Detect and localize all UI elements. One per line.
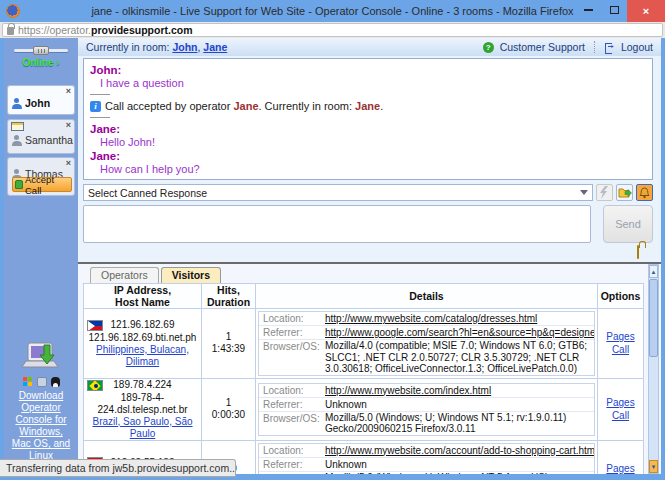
scroll-up-icon[interactable]: ▲ bbox=[649, 265, 658, 278]
accept-call-button[interactable]: Accept Call bbox=[12, 177, 72, 192]
firefox-window: jane - olkinsmile - Live Support for Web… bbox=[0, 0, 665, 480]
message-separator bbox=[90, 94, 110, 95]
bell-icon bbox=[639, 187, 650, 199]
message-separator bbox=[90, 117, 110, 118]
chat-text: I have a question bbox=[90, 77, 646, 90]
visitors-pane: Operators Visitors IP Address,Host Name … bbox=[78, 262, 661, 474]
location-link[interactable]: http://www.mywebsite.com/index.html bbox=[325, 384, 594, 397]
close-icon[interactable]: × bbox=[66, 86, 71, 96]
secure-session-indicator bbox=[637, 246, 649, 258]
slider-grip-icon[interactable] bbox=[33, 46, 49, 55]
visitor-geo-link[interactable]: Brazil, Sao Paulo, São Paulo bbox=[92, 416, 192, 439]
close-button[interactable]: × bbox=[627, 0, 665, 22]
location-link[interactable]: http://www.mywebsite.com/account/add-to-… bbox=[325, 444, 594, 457]
call-link[interactable]: Call bbox=[598, 343, 643, 356]
scrollbar[interactable]: ▲ ▼ bbox=[648, 264, 659, 474]
windows-icon bbox=[23, 377, 33, 387]
title-bar: jane - olkinsmile - Live Support for Web… bbox=[0, 0, 665, 22]
visitor-card-samantha[interactable]: × Samantha bbox=[7, 119, 75, 154]
chat-sender: Jane: bbox=[90, 122, 646, 136]
chat-message: Jane: Hello John! bbox=[90, 122, 646, 149]
chat-window-icon bbox=[11, 122, 24, 131]
customer-support-link[interactable]: Customer Support bbox=[500, 41, 585, 53]
philippines-flag-icon bbox=[87, 320, 103, 331]
canned-response-select[interactable]: Select Canned Response bbox=[83, 184, 593, 201]
chat-message: John: I have a question bbox=[90, 63, 646, 90]
referrer-value: Unknown bbox=[325, 458, 594, 471]
chat-text: Hello John! bbox=[90, 136, 646, 149]
operator-console: Online › × John × Samantha × bbox=[4, 38, 661, 474]
gold-lock-icon bbox=[637, 245, 639, 259]
table-row: 121.96.182.69 121.96.182.69.bti.net.ph P… bbox=[84, 309, 644, 379]
chat-message: Jane: How can I help you? bbox=[90, 149, 646, 176]
visitor-name: Samantha bbox=[25, 134, 73, 146]
browser-os: Mozilla/4.0 (compatible; MSIE 7.0; Windo… bbox=[325, 340, 594, 375]
table-row: 189.78.4.224 189-78-4-224.dsl.telesp.net… bbox=[84, 378, 644, 440]
status-bar: Transferring data from jw5b.providesuppo… bbox=[0, 459, 236, 477]
sound-alert-button[interactable] bbox=[636, 184, 653, 201]
col-details: Details bbox=[256, 284, 598, 309]
close-icon[interactable]: × bbox=[66, 120, 71, 130]
browser-os: Mozilla/5.0 (Windows; U; Windows NT 5.1;… bbox=[325, 412, 594, 435]
chat-sender: Jane: bbox=[90, 149, 646, 163]
chat-transcript[interactable]: John: I have a question i Call accepted … bbox=[83, 58, 653, 180]
col-hits-duration: Hits,Duration bbox=[202, 284, 256, 309]
logout-icon bbox=[604, 42, 615, 53]
referrer-link[interactable]: http://www.google.com/search?hl=en&sourc… bbox=[325, 326, 594, 339]
online-status[interactable]: Online › bbox=[4, 57, 78, 68]
chat-text: How can I help you? bbox=[90, 163, 646, 176]
col-ip-host: IP Address,Host Name bbox=[84, 284, 202, 309]
room-link-john[interactable]: John bbox=[172, 41, 197, 53]
browser-url-bar: https://operator.providesupport.com bbox=[0, 22, 665, 38]
brazil-flag-icon bbox=[87, 380, 103, 391]
help-icon: ? bbox=[483, 42, 494, 53]
scroll-down-icon[interactable]: ▼ bbox=[649, 460, 658, 473]
pages-link[interactable]: Pages bbox=[598, 396, 643, 409]
status-slider[interactable] bbox=[14, 46, 68, 55]
visitor-duration: 0:00:30 bbox=[202, 409, 255, 421]
col-options: Options bbox=[598, 284, 644, 309]
location-link[interactable]: http://www.mywebsite.com/catalog/dresses… bbox=[325, 312, 594, 325]
scroll-thumb[interactable] bbox=[649, 279, 658, 357]
divider bbox=[594, 41, 595, 53]
download-laptop-icon bbox=[20, 341, 62, 375]
send-button[interactable]: Send bbox=[603, 205, 653, 243]
chevron-down-icon bbox=[580, 190, 588, 195]
visitor-host: 189-78-4-224.dsl.telesp.net.br bbox=[84, 392, 201, 416]
person-icon bbox=[11, 98, 22, 109]
pages-link[interactable]: Pages bbox=[598, 462, 643, 474]
visitor-geo-link[interactable]: Philippines, Bulacan, Diliman bbox=[96, 344, 189, 367]
tab-visitors[interactable]: Visitors bbox=[161, 267, 221, 283]
sidebar: Online › × John × Samantha × bbox=[4, 38, 78, 474]
https-lock-icon bbox=[7, 27, 14, 35]
close-icon[interactable]: × bbox=[66, 158, 71, 168]
maximize-button[interactable] bbox=[601, 0, 627, 20]
visitor-name: John bbox=[25, 97, 50, 109]
visitor-host: 121.96.182.69.bti.net.ph bbox=[84, 332, 201, 344]
browser-os: Mozilla/5.0 (Windows; U; Windows NT 5.1;… bbox=[325, 472, 594, 475]
push-page-button[interactable] bbox=[616, 184, 633, 201]
address-bar[interactable]: https://operator.providesupport.com bbox=[2, 23, 663, 37]
info-icon: i bbox=[90, 101, 101, 112]
window-title: jane - olkinsmile - Live Support for Web… bbox=[0, 5, 665, 17]
download-console-link[interactable]: Download Operator Console for Windows, M… bbox=[10, 390, 72, 462]
main-panel: Currently in room: John, Jane ? Customer… bbox=[78, 38, 661, 474]
visitor-card-john[interactable]: × John bbox=[7, 85, 75, 115]
room-bar: Currently in room: John, Jane ? Customer… bbox=[78, 38, 661, 56]
call-link[interactable]: Call bbox=[598, 409, 643, 422]
url-text: https://operator.providesupport.com bbox=[18, 24, 192, 36]
system-message: i Call accepted by operator Jane. Curren… bbox=[90, 99, 646, 113]
visitor-ip: 121.96.182.69 bbox=[111, 319, 175, 331]
pages-link[interactable]: Pages bbox=[598, 330, 643, 343]
folder-arrow-icon bbox=[618, 187, 632, 198]
visitor-card-thomas[interactable]: × Thomas Accept Call bbox=[7, 157, 75, 196]
logout-link[interactable]: Logout bbox=[621, 41, 653, 53]
minimize-button[interactable] bbox=[575, 0, 601, 20]
tab-operators[interactable]: Operators bbox=[90, 267, 159, 283]
chat-sender: John: bbox=[90, 63, 646, 77]
room-label: Currently in room: bbox=[86, 41, 169, 53]
quick-response-button[interactable] bbox=[596, 184, 613, 201]
room-link-jane[interactable]: Jane bbox=[203, 41, 227, 53]
linux-icon bbox=[51, 377, 60, 387]
message-input[interactable] bbox=[83, 205, 591, 243]
